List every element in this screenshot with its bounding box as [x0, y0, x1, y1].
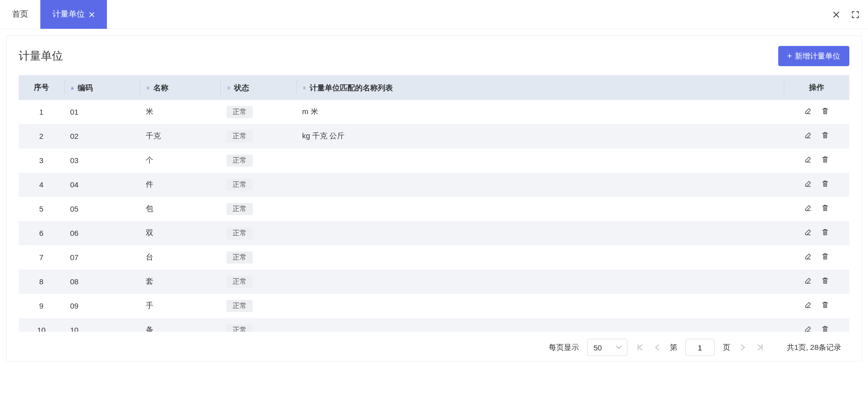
unit-table: 序号 ▲▼ 编码 ▲▼ 名称: [19, 75, 849, 332]
per-page-select[interactable]: 50: [587, 339, 627, 356]
delete-icon[interactable]: [821, 131, 829, 139]
cell-code: 07: [64, 245, 140, 270]
table-row: 909手正常: [19, 294, 849, 318]
delete-icon[interactable]: [821, 156, 829, 164]
cell-seq: 3: [19, 148, 64, 173]
cell-seq: 9: [19, 294, 64, 318]
th-match[interactable]: ▲▼ 计量单位匹配的名称列表: [296, 75, 784, 100]
edit-icon[interactable]: [804, 204, 812, 212]
cell-code: 01: [64, 100, 140, 124]
cell-code: 08: [64, 270, 140, 294]
cell-seq: 5: [19, 197, 64, 221]
page-title: 计量单位: [19, 48, 63, 64]
cell-match: [296, 148, 784, 173]
table-row: 303个正常: [19, 148, 849, 173]
cell-code: 10: [64, 318, 140, 332]
cell-match: m 米: [296, 100, 784, 124]
cell-seq: 2: [19, 124, 64, 148]
delete-icon[interactable]: [821, 325, 829, 332]
edit-icon[interactable]: [804, 252, 812, 261]
status-badge: 正常: [226, 179, 253, 191]
tab-unit-label: 计量单位: [52, 9, 85, 20]
delete-icon[interactable]: [821, 252, 829, 261]
cell-name: 手: [140, 294, 220, 318]
status-badge: 正常: [226, 300, 253, 312]
edit-icon[interactable]: [804, 131, 812, 139]
status-badge: 正常: [226, 324, 253, 332]
delete-icon[interactable]: [821, 277, 829, 285]
cell-status: 正常: [220, 100, 296, 124]
cell-name: 个: [140, 148, 220, 173]
page-summary: 共1页, 28条记录: [787, 343, 841, 352]
pagination: 每页显示 50 第 页 共1页, 28条记录: [7, 332, 861, 361]
page-word-2: 页: [723, 343, 730, 352]
delete-icon[interactable]: [821, 180, 829, 188]
page-next-icon[interactable]: [738, 344, 747, 351]
delete-icon[interactable]: [821, 301, 829, 309]
th-name[interactable]: ▲▼ 名称: [140, 75, 220, 100]
cell-match: kg 千克 公斤: [296, 124, 784, 148]
cell-code: 06: [64, 221, 140, 245]
cell-seq: 7: [19, 245, 64, 270]
cell-match: [296, 318, 784, 332]
page-word-1: 第: [670, 343, 677, 352]
th-status[interactable]: ▲▼ 状态: [220, 75, 296, 100]
cell-name: 米: [140, 100, 220, 124]
edit-icon[interactable]: [804, 228, 812, 236]
status-badge: 正常: [226, 203, 253, 215]
table-row: 606双正常: [19, 221, 849, 245]
tab-close-icon[interactable]: [89, 12, 95, 18]
status-badge: 正常: [226, 276, 253, 288]
chevron-down-icon: [616, 345, 622, 349]
table-row: 808套正常: [19, 270, 849, 294]
cell-seq: 6: [19, 221, 64, 245]
delete-icon[interactable]: [821, 107, 829, 115]
cell-status: 正常: [220, 124, 296, 148]
cell-match: [296, 270, 784, 294]
cell-match: [296, 245, 784, 270]
edit-icon[interactable]: [804, 180, 812, 188]
edit-icon[interactable]: [804, 325, 812, 332]
cell-match: [296, 294, 784, 318]
table-row: 404件正常: [19, 173, 849, 197]
tabs-close-all-icon[interactable]: [832, 10, 841, 19]
page-first-icon[interactable]: [635, 344, 645, 351]
tab-home[interactable]: 首页: [0, 0, 40, 29]
cell-seq: 1: [19, 100, 64, 124]
add-unit-button[interactable]: + 新增计量单位: [778, 46, 849, 66]
edit-icon[interactable]: [804, 107, 812, 115]
plus-icon: +: [787, 52, 792, 61]
th-seq[interactable]: 序号: [19, 75, 64, 100]
cell-match: [296, 173, 784, 197]
cell-match: [296, 197, 784, 221]
table-row: 101米正常m 米: [19, 100, 849, 124]
status-badge: 正常: [226, 155, 253, 167]
cell-name: 千克: [140, 124, 220, 148]
th-code[interactable]: ▲▼ 编码: [64, 75, 140, 100]
tabs-fullscreen-icon[interactable]: [851, 10, 860, 19]
status-badge: 正常: [226, 251, 253, 264]
cell-code: 09: [64, 294, 140, 318]
cell-status: 正常: [220, 245, 296, 270]
cell-code: 05: [64, 197, 140, 221]
cell-code: 03: [64, 148, 140, 173]
edit-icon[interactable]: [804, 301, 812, 309]
tab-unit[interactable]: 计量单位: [40, 0, 107, 29]
edit-icon[interactable]: [804, 277, 812, 285]
status-badge: 正常: [226, 130, 253, 142]
page-prev-icon[interactable]: [653, 344, 662, 351]
table-row: 202千克正常kg 千克 公斤: [19, 124, 849, 148]
page-last-icon[interactable]: [756, 344, 765, 351]
delete-icon[interactable]: [821, 204, 829, 212]
cell-name: 台: [140, 245, 220, 270]
cell-name: 套: [140, 270, 220, 294]
cell-status: 正常: [220, 221, 296, 245]
cell-name: 双: [140, 221, 220, 245]
edit-icon[interactable]: [804, 156, 812, 164]
cell-status: 正常: [220, 148, 296, 173]
cell-name: 件: [140, 173, 220, 197]
page-input[interactable]: [685, 339, 715, 356]
delete-icon[interactable]: [821, 228, 829, 236]
cell-seq: 10: [19, 318, 64, 332]
cell-match: [296, 221, 784, 245]
